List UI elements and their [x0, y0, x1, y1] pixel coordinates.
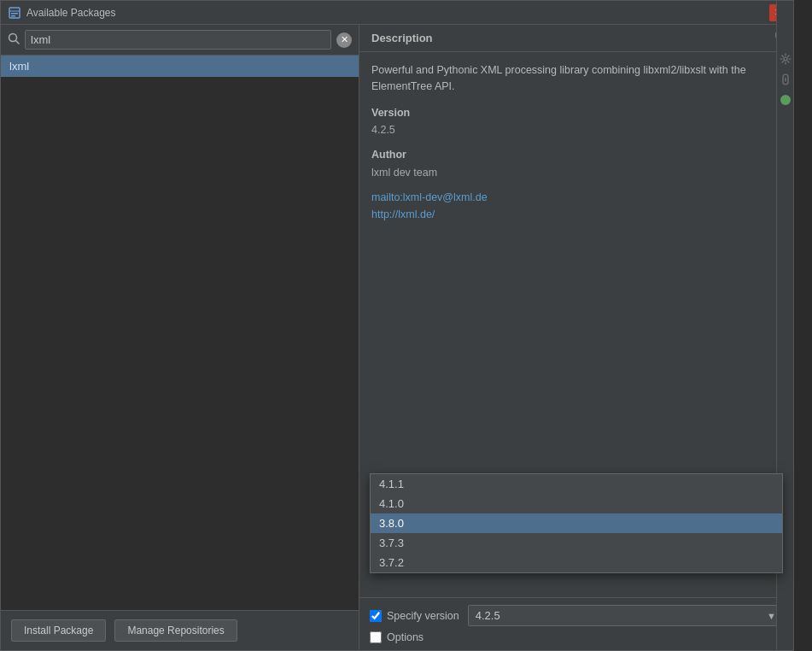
- settings-icon[interactable]: [779, 52, 792, 66]
- specify-version-label: Specify version: [370, 610, 459, 622]
- specify-version-row: Specify version 4.2.5 4.1.1 4.1.0 3.8.0 …: [370, 605, 783, 626]
- svg-rect-2: [11, 13, 18, 15]
- search-bar: ✕: [1, 25, 359, 56]
- install-package-button[interactable]: Install Package: [11, 619, 106, 642]
- specify-version-checkbox[interactable]: [370, 610, 382, 622]
- options-label: Options: [370, 631, 424, 643]
- main-window: Available Packages ✕ ✕ lxml: [0, 0, 794, 651]
- description-header: Description: [359, 25, 793, 52]
- svg-rect-3: [11, 15, 15, 17]
- window-icon: [8, 6, 21, 20]
- svg-point-6: [784, 57, 787, 61]
- search-clear-button[interactable]: ✕: [336, 32, 352, 48]
- dropdown-item-3-7-3[interactable]: 3.7.3: [371, 533, 782, 553]
- dropdown-item-4-1-1[interactable]: 4.1.1: [371, 474, 782, 494]
- version-select[interactable]: 4.2.5 4.1.1 4.1.0 3.8.0 3.7.3 3.7.2 3.7.…: [468, 605, 783, 626]
- dropdown-item-3-7-2[interactable]: 3.7.2: [371, 553, 782, 572]
- options-checkbox[interactable]: [370, 631, 382, 643]
- right-panel: Description Powerful and Pythonic XML pr…: [359, 25, 793, 650]
- version-select-wrap: 4.2.5 4.1.1 4.1.0 3.8.0 3.7.3 3.7.2 3.7.…: [468, 605, 783, 626]
- green-status-dot: [779, 93, 792, 107]
- version-dropdown-popup: 4.1.1 4.1.0 3.8.0 3.7.3 3.7.2: [370, 473, 783, 573]
- content-area: ✕ lxml Install Package Manage Repositori…: [1, 25, 793, 650]
- email-link[interactable]: mailto:lxml-dev@lxml.de: [371, 190, 781, 206]
- options-row: Options: [370, 631, 783, 643]
- website-link[interactable]: http://lxml.de/: [371, 207, 781, 223]
- svg-line-5: [16, 41, 20, 44]
- window-title: Available Packages: [26, 7, 769, 19]
- dropdown-item-3-8-0[interactable]: 3.8.0: [371, 513, 782, 533]
- description-text: Powerful and Pythonic XML processing lib…: [371, 62, 781, 95]
- package-list: lxml: [1, 56, 359, 610]
- scroll-icon[interactable]: [779, 73, 792, 86]
- bottom-bar: Install Package Manage Repositories: [1, 610, 359, 650]
- version-section: 4.1.1 4.1.0 3.8.0 3.7.3 3.7.2 Specify ve…: [359, 597, 793, 650]
- version-value: 4.2.5: [371, 122, 781, 138]
- package-item[interactable]: lxml: [1, 56, 359, 77]
- title-bar: Available Packages ✕: [1, 1, 793, 25]
- search-input[interactable]: [25, 30, 331, 50]
- author-label: Author: [371, 147, 781, 163]
- dropdown-item-4-1-0[interactable]: 4.1.0: [371, 494, 782, 513]
- author-value: lxml dev team: [371, 165, 781, 181]
- left-panel: ✕ lxml Install Package Manage Repositori…: [1, 25, 359, 650]
- manage-repositories-button[interactable]: Manage Repositories: [114, 619, 237, 642]
- search-icon: [8, 32, 20, 47]
- version-label: Version: [371, 105, 781, 121]
